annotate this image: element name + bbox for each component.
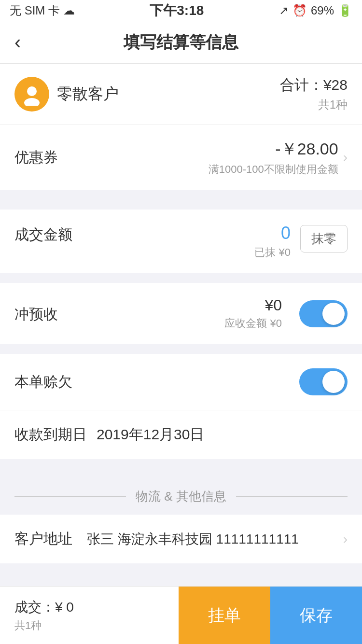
prepay-sub: 应收金额 ¥0: [224, 316, 282, 331]
transaction-prepay-section: 成交金额 0 已抹 ¥0 抹零 冲预收 ¥0 应收金额 ¥0: [0, 210, 362, 344]
svg-point-1: [24, 98, 40, 106]
credit-toggle-thumb: [322, 371, 345, 393]
customer-name: 零散客户: [57, 84, 119, 105]
prepay-amount: ¥0: [224, 296, 282, 314]
transaction-amount: 0: [254, 223, 291, 243]
prepay-label: 冲预收: [14, 303, 58, 324]
status-time: 下午3:18: [150, 1, 204, 20]
due-date-row: 收款到期日 2019年12月30日: [0, 410, 362, 459]
transaction-label: 成交金额: [14, 223, 72, 245]
save-label: 保存: [300, 604, 333, 627]
bottom-deal-value: ¥ 0: [55, 600, 74, 615]
status-right: ↗ ⏰ 69% 🔋: [279, 4, 352, 17]
status-left: 无 SIM 卡 ☁: [10, 3, 75, 18]
avatar: [14, 77, 49, 112]
logistics-header: 物流 & 其他信息: [0, 478, 362, 515]
address-chevron-icon: ›: [343, 532, 348, 547]
due-date-label: 收款到期日: [14, 425, 87, 445]
save-button[interactable]: 保存: [270, 587, 362, 644]
logistics-line-left: [14, 496, 126, 497]
customer-left: 零散客户: [14, 77, 119, 112]
address-value: 张三 海淀永丰科技园 11111111111: [87, 530, 343, 548]
prepay-toggle-track: [299, 300, 348, 327]
hold-order-button[interactable]: 挂单: [179, 587, 270, 644]
bottom-count: 共1种: [14, 618, 164, 633]
credit-toggle[interactable]: [299, 368, 348, 395]
battery-level: 69%: [311, 4, 334, 17]
credit-toggle-track: [299, 368, 348, 395]
status-bar: 无 SIM 卡 ☁ 下午3:18 ↗ ⏰ 69% 🔋: [0, 0, 362, 21]
coupon-row[interactable]: 优惠券 -￥28.00 满1000-100不限制使用金额 ›: [0, 124, 362, 190]
prepay-amount-block: ¥0 应收金额 ¥0: [224, 296, 282, 331]
logistics-header-inner: 物流 & 其他信息: [14, 488, 348, 505]
coupon-right: -￥28.00 满1000-100不限制使用金额 ›: [209, 138, 348, 177]
hold-order-label: 挂单: [208, 604, 241, 627]
coupon-desc: 满1000-100不限制使用金额: [209, 162, 338, 177]
location-icon: ↗: [279, 4, 289, 17]
prepay-toggle[interactable]: [299, 300, 348, 327]
chevron-right-icon: ›: [343, 150, 348, 165]
bottom-deal-label: 成交：: [14, 600, 55, 615]
coupon-value-block: -￥28.00 满1000-100不限制使用金额: [209, 138, 338, 177]
transaction-amount-block: 0 已抹 ¥0: [254, 223, 291, 260]
coupon-label: 优惠券: [14, 148, 58, 168]
address-label: 客户地址: [14, 529, 72, 549]
divider-3: [0, 469, 362, 478]
credit-section: 本单赊欠 收款到期日 2019年12月30日: [0, 354, 362, 459]
credit-label: 本单赊欠: [14, 372, 72, 392]
customer-right: 合计：¥28 共1种: [280, 75, 348, 112]
round-off-button[interactable]: 抹零: [300, 225, 348, 252]
nav-bar: ‹ 填写结算等信息: [0, 21, 362, 64]
customer-section: 零散客户 合计：¥28 共1种 优惠券 -￥28.00 满1000-100不限制…: [0, 64, 362, 190]
prepay-toggle-thumb: [322, 303, 345, 325]
logistics-title: 物流 & 其他信息: [136, 488, 226, 505]
transaction-sub: 已抹 ¥0: [254, 245, 291, 260]
page-title: 填写结算等信息: [124, 31, 238, 54]
total-amount: 合计：¥28: [280, 75, 348, 95]
prepay-right-wrap: ¥0 应收金额 ¥0: [224, 296, 348, 331]
sim-status: 无 SIM 卡 ☁: [10, 3, 75, 18]
total-count: 共1种: [280, 97, 348, 112]
transaction-row: 成交金额 0 已抹 ¥0 抹零: [14, 210, 348, 273]
due-date-value: 2019年12月30日: [97, 425, 204, 445]
transaction-right: 0 已抹 ¥0 抹零: [254, 223, 348, 260]
alarm-icon: ⏰: [292, 4, 307, 17]
prepay-row: 冲预收 ¥0 应收金额 ¥0: [0, 283, 362, 344]
bottom-deal-amount: 成交：¥ 0: [14, 598, 164, 616]
coupon-discount: -￥28.00: [209, 138, 338, 160]
divider-2: [0, 344, 362, 354]
customer-row: 零散客户 合计：¥28 共1种: [0, 64, 362, 124]
credit-row: 本单赊欠: [0, 354, 362, 410]
bottom-info: 成交：¥ 0 共1种: [0, 587, 179, 644]
bottom-bar: 成交：¥ 0 共1种 挂单 保存: [0, 586, 362, 644]
transaction-section: 成交金额 0 已抹 ¥0 抹零: [0, 210, 362, 273]
address-row[interactable]: 客户地址 张三 海淀永丰科技园 11111111111 ›: [0, 515, 362, 563]
back-button[interactable]: ‹: [14, 31, 21, 53]
battery-icon: 🔋: [338, 4, 352, 17]
logistics-line-right: [236, 496, 348, 497]
divider-1: [0, 200, 362, 210]
svg-point-0: [27, 86, 37, 96]
